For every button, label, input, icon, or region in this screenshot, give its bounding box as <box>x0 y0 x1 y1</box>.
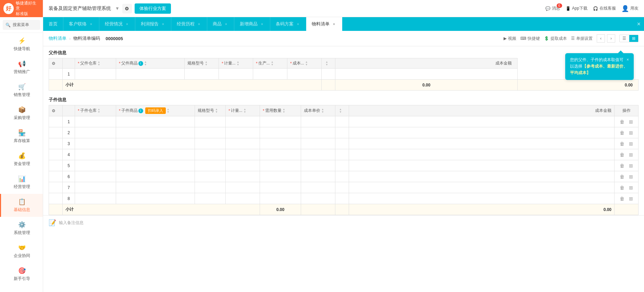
copy-row-icon[interactable]: ⊞ <box>627 151 635 159</box>
child-col-product[interactable]: * 子件商品 i 扫码录入 ▲▼ <box>116 105 195 116</box>
tooltip-close-button[interactable]: × <box>627 57 629 63</box>
parent-col-settings[interactable]: ⚙ <box>49 58 63 69</box>
child-row-spec[interactable] <box>195 127 226 138</box>
close-all-button[interactable]: × <box>637 21 641 28</box>
tab-bom-close[interactable]: × <box>332 22 336 26</box>
child-row-unit-cost[interactable] <box>301 138 335 149</box>
parent-row-prod-date[interactable] <box>253 69 287 80</box>
child-row-quantity[interactable] <box>260 171 301 182</box>
parent-row-warehouse[interactable] <box>75 69 116 80</box>
parent-col-cost[interactable]: * 成本... ▲▼ <box>287 58 322 69</box>
child-row-product[interactable] <box>116 116 195 127</box>
tab-products[interactable]: 商品 × <box>207 17 234 31</box>
parent-col-spec[interactable]: 规格型号 ▲▼ <box>185 58 219 69</box>
delete-row-icon[interactable]: 🗑 <box>618 184 626 191</box>
sidebar-item-finance[interactable]: 💰 资金管理 <box>0 148 43 171</box>
child-row-quantity[interactable] <box>260 127 301 138</box>
parent-row-product[interactable] <box>116 69 185 80</box>
child-row-warehouse[interactable] <box>75 149 116 160</box>
tab-new-product-close[interactable]: × <box>260 22 264 26</box>
tab-home[interactable]: 首页 <box>43 17 63 31</box>
child-row-product[interactable] <box>116 182 195 193</box>
sidebar-item-purchase[interactable]: 📦 采购管理 <box>0 102 43 125</box>
tab-customer[interactable]: 客户联络 × <box>63 17 99 31</box>
settings-button[interactable]: ⚙ <box>122 4 132 13</box>
child-row-unit[interactable] <box>226 116 260 127</box>
child-row-product[interactable] <box>116 160 195 171</box>
child-row-spec[interactable] <box>195 171 226 182</box>
child-row-spec[interactable] <box>195 116 226 127</box>
parent-col-prod-date[interactable]: * 生产... ▲▼ <box>253 58 287 69</box>
tab-barcode-close[interactable]: × <box>296 22 300 26</box>
child-row-product[interactable] <box>116 127 195 138</box>
delete-row-icon[interactable]: 🗑 <box>618 173 626 180</box>
parent-product-info-icon[interactable]: i <box>138 61 143 66</box>
child-row-warehouse[interactable] <box>75 193 116 204</box>
tab-operations-close[interactable]: × <box>125 22 129 26</box>
child-row-unit[interactable] <box>226 193 260 204</box>
copy-row-icon[interactable]: ⊞ <box>627 118 635 126</box>
parent-col-product[interactable]: * 父件商品 i ▲▼ <box>116 58 185 69</box>
tab-barcode[interactable]: 条码方案 × <box>270 17 306 31</box>
sidebar-item-marketing[interactable]: 📢 营销推广 <box>0 56 43 79</box>
child-row-unit-cost[interactable] <box>301 127 335 138</box>
delete-row-icon[interactable]: 🗑 <box>618 118 626 126</box>
child-col-settings[interactable]: ⚙ <box>49 105 63 116</box>
child-row-warehouse[interactable] <box>75 171 116 182</box>
tab-history-close[interactable]: × <box>197 22 201 26</box>
sidebar-item-quick-nav[interactable]: ⚡ 快捷导航 <box>0 33 43 56</box>
child-row-unit-cost[interactable] <box>301 160 335 171</box>
child-row-product[interactable] <box>116 171 195 182</box>
delete-row-icon[interactable]: 🗑 <box>618 129 626 137</box>
sidebar-search[interactable]: 🔍 搜索菜单 <box>0 17 43 33</box>
child-row-quantity[interactable] <box>260 138 301 149</box>
child-row-warehouse[interactable] <box>75 182 116 193</box>
child-row-unit-cost[interactable] <box>301 116 335 127</box>
child-row-product[interactable] <box>116 138 195 149</box>
child-row-unit[interactable] <box>226 182 260 193</box>
child-row-warehouse[interactable] <box>75 160 116 171</box>
copy-row-icon[interactable]: ⊞ <box>627 140 635 148</box>
child-col-warehouse[interactable]: * 子件仓库 ▲▼ <box>75 105 116 116</box>
parent-row-spec[interactable] <box>185 69 219 80</box>
tab-profit-close[interactable]: × <box>161 22 165 26</box>
child-row-spec[interactable] <box>195 182 226 193</box>
child-col-unit[interactable]: * 计量... ▲▼ <box>226 105 260 116</box>
child-row-spec[interactable] <box>195 149 226 160</box>
parent-row-cost[interactable] <box>287 69 322 80</box>
search-button[interactable]: 🔍 搜索菜单 <box>3 20 40 30</box>
child-col-quantity[interactable]: * 需用数量 ▲▼ <box>260 105 301 116</box>
sidebar-item-basic-info[interactable]: 📋 基础信息 <box>0 194 43 217</box>
online-service-button[interactable]: 🎧 在线客服 <box>593 5 616 11</box>
copy-row-icon[interactable]: ⊞ <box>627 173 635 180</box>
scan-button[interactable]: 扫码录入 <box>145 107 166 114</box>
child-row-quantity[interactable] <box>260 116 301 127</box>
child-row-warehouse[interactable] <box>75 138 116 149</box>
sidebar-item-inventory[interactable]: 🏪 库存核算 <box>0 125 43 148</box>
sidebar-item-operations[interactable]: 📊 经营管理 <box>0 171 43 194</box>
parent-col-unit[interactable]: * 计量... ▲▼ <box>219 58 253 69</box>
copy-row-icon[interactable]: ⊞ <box>627 162 635 170</box>
child-row-quantity[interactable] <box>260 193 301 204</box>
sidebar-item-guide[interactable]: 🎯 新手引导 <box>0 263 43 286</box>
extract-cost-action[interactable]: 💲 提取成本 <box>544 36 567 42</box>
delete-row-icon[interactable]: 🗑 <box>618 140 626 148</box>
child-row-unit-cost[interactable] <box>301 149 335 160</box>
child-row-product[interactable] <box>116 149 195 160</box>
shortcut-action[interactable]: ⌨ 快捷键 <box>520 36 540 42</box>
breadcrumb-parent[interactable]: 物料清单 <box>49 35 66 42</box>
tab-operations[interactable]: 经营情况 × <box>99 17 135 31</box>
view-list-button[interactable]: ☰ <box>620 35 629 42</box>
tab-products-close[interactable]: × <box>224 22 228 26</box>
pager-prev-button[interactable]: ‹ <box>597 34 605 43</box>
user-menu[interactable]: 👤 用友 <box>621 5 639 12</box>
child-row-warehouse[interactable] <box>75 127 116 138</box>
video-action[interactable]: ▶ 视频 <box>504 36 516 42</box>
app-download-button[interactable]: 📱 App下载 <box>566 5 587 11</box>
child-row-unit[interactable] <box>226 160 260 171</box>
child-row-warehouse[interactable] <box>75 116 116 127</box>
pager-next-button[interactable]: › <box>607 34 615 43</box>
child-row-unit-cost[interactable] <box>301 182 335 193</box>
sidebar-item-system[interactable]: ⚙️ 系统管理 <box>0 217 43 240</box>
child-row-unit-cost[interactable] <box>301 193 335 204</box>
